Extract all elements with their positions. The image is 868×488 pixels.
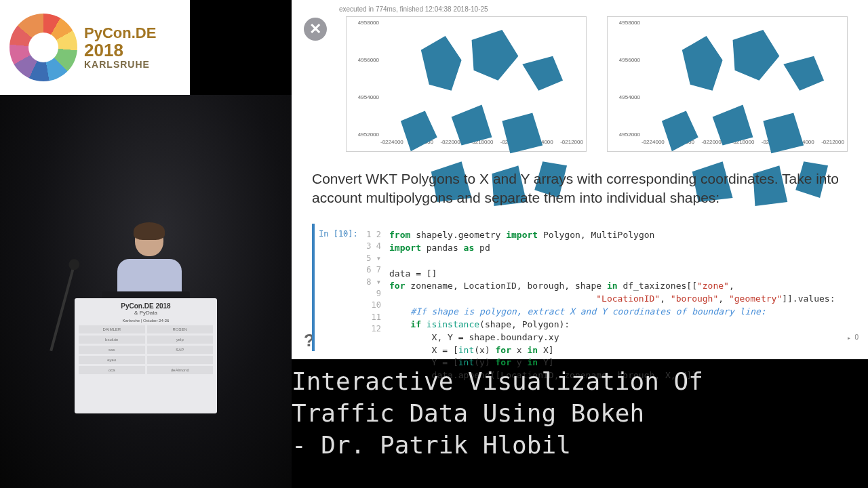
sponsor: bsolute (79, 336, 145, 344)
caption-line1: Interactive Visualization Of (292, 366, 858, 398)
logo-line2: 2018 (84, 41, 156, 60)
microphone (50, 266, 75, 352)
ytick: 4958000 (348, 20, 379, 26)
ytick: 4954000 (609, 94, 640, 100)
logo-line1: PyCon.DE (84, 25, 156, 41)
color-wheel-icon (9, 14, 77, 81)
sponsor (147, 356, 214, 364)
bokeh-plot-left[interactable]: 4958000495600049540004952000 -8224000-82… (346, 16, 587, 152)
sponsor-grid: DAIMLER ROSEN bsolute yelp sas SAP eyeo … (79, 325, 213, 374)
speaker-video-region: PyCon.DE 2018 & PyData Karlsruhe | Octob… (0, 95, 292, 488)
sponsor: deAlmond (147, 366, 214, 374)
sponsor: oca (79, 366, 145, 374)
sponsor: DAIMLER (79, 325, 145, 333)
sponsor: eyeo (79, 356, 145, 364)
close-icon[interactable]: ✕ (304, 18, 327, 41)
bokeh-plot-right[interactable]: 4958000495600049540004952000 -8224000-82… (607, 16, 848, 152)
ytick: 4952000 (348, 131, 379, 138)
sponsor: SAP (147, 346, 214, 354)
caption-line2: Traffic Data Using Bokeh (292, 398, 858, 430)
caption-line3: - Dr. Patrik Hlobil (292, 430, 858, 462)
sponsor: yelp (147, 336, 214, 344)
line-gutter: 1 2 3 4 5 ▾ 6 7 8 ▾ 9 10 11 12 (363, 224, 385, 351)
podium: PyCon.DE 2018 & PyData Karlsruhe | Octob… (75, 298, 217, 474)
podium-subtitle: & PyData (134, 310, 157, 316)
nav-page: 0 (854, 334, 859, 341)
podium-location: Karlsruhe | October 24-26 (123, 319, 170, 323)
video-caption: Interactive Visualization Of Traffic Dat… (292, 366, 858, 461)
cell-prompt: In [10]: (315, 224, 363, 351)
sponsor: sas (79, 346, 145, 354)
execution-status: executed in 774ms, finished 12:04:38 201… (339, 5, 488, 13)
conference-logo: PyCon.DE 2018 KARLSRUHE (0, 0, 190, 95)
ytick: 4954000 (348, 94, 379, 100)
code-source: from shapely.geometry import Polygon, Mu… (385, 224, 848, 351)
slide-paragraph: Convert WKT Polygons to X and Y arrays w… (312, 169, 848, 208)
ytick: 4956000 (348, 57, 379, 63)
ytick: 4952000 (609, 131, 640, 138)
sponsor: ROSEN (147, 325, 214, 333)
podium-title: PyCon.DE 2018 (121, 302, 170, 310)
ytick: 4956000 (609, 57, 640, 63)
presentation-slide: executed in 774ms, finished 12:04:38 201… (292, 0, 868, 359)
ytick: 4958000 (609, 20, 640, 26)
logo-line3: KARLSRUHE (84, 60, 156, 70)
code-cell[interactable]: In [10]: 1 2 3 4 5 ▾ 6 7 8 ▾ 9 10 11 12 … (312, 224, 848, 351)
